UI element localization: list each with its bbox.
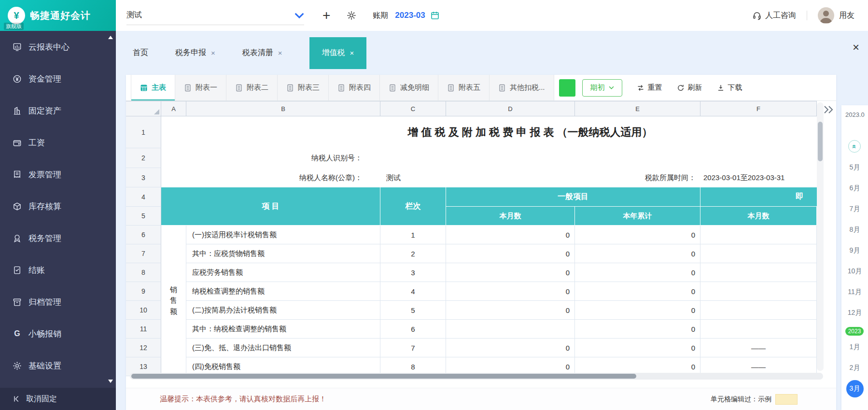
support-button[interactable]: 人工咨询 [752,11,796,21]
cell-ytd[interactable]: 0 [575,339,700,357]
account-set-select[interactable]: 测试 [126,6,304,25]
cell-month[interactable]: 0 [446,226,575,244]
sidebar-item-archive[interactable]: 归档管理 [0,286,116,318]
sidebar-item-cloud-reports[interactable]: 云报表中心 [0,31,116,63]
sidebar-item-salary[interactable]: 工资 [0,127,116,158]
month-item[interactable]: 10月 [841,267,868,276]
cell-ytd[interactable]: 0 [575,226,700,244]
column-header[interactable]: F [700,101,817,116]
cell-refund[interactable] [700,263,817,282]
cell-ytd[interactable]: 0 [575,320,700,339]
row-number[interactable]: 9 [126,282,161,301]
cell-month[interactable]: 0 [446,301,575,320]
sidebar-item-fixed-assets[interactable]: 固定资产 [0,95,116,127]
cell-month[interactable]: 0 [446,339,575,357]
sheet-tab-appendix1[interactable]: 附表一 [175,75,226,100]
tab-tax-filing[interactable]: 税务申报 × [175,48,215,58]
row-number[interactable]: 1 [126,116,161,148]
tab-tax-register[interactable]: 税表清册 × [242,48,282,58]
vertical-scrollbar[interactable] [817,102,824,371]
sheet-tab-appendix4[interactable]: 附表四 [329,75,380,100]
row-number[interactable]: 7 [126,244,161,263]
sheet-tab-exemption-detail[interactable]: 减免明细 [380,75,438,100]
row-number[interactable]: 6 [126,226,161,244]
tab-vat-active[interactable]: 增值税 × [309,37,367,69]
cell-month[interactable]: 0 [446,282,575,301]
row-number[interactable]: 11 [126,320,161,339]
cell-ytd[interactable]: 0 [575,263,700,282]
cell-refund[interactable]: —— [700,339,817,357]
sidebar-item-funds[interactable]: 资金管理 [0,63,116,95]
close-tab-icon[interactable]: × [211,49,215,57]
unpin-sidebar-button[interactable]: 取消固定 [0,388,116,410]
sidebar-item-tax[interactable]: 税务管理 [0,222,116,254]
cell-ytd[interactable]: 0 [575,282,700,301]
add-account-button[interactable]: + [322,9,330,22]
sidebar-item-invoices[interactable]: 发票管理 [0,158,116,190]
cell-refund[interactable] [700,282,817,301]
row-number[interactable]: 2 [126,148,161,168]
cell-month[interactable]: 0 [446,244,575,263]
horizontal-scrollbar[interactable] [130,373,823,380]
row-number[interactable]: 4 [126,187,161,207]
cell-refund[interactable] [700,320,817,339]
month-item[interactable]: 1月 [841,343,868,352]
month-item[interactable]: 5月 [841,163,868,172]
cell-refund[interactable] [700,244,817,263]
horizontal-scrollbar-thumb[interactable] [131,374,636,379]
tab-home[interactable]: 首页 [133,48,148,58]
column-header[interactable]: A [161,101,186,116]
month-item[interactable]: 7月 [841,205,868,213]
avatar[interactable] [818,7,834,24]
close-tab-icon[interactable]: × [278,49,282,57]
sheet-tab-main[interactable]: 主表 [131,75,175,100]
month-item[interactable]: 6月 [841,184,868,193]
close-panel-icon[interactable]: × [853,42,859,53]
spreadsheet-viewport[interactable]: A B C D E F 1 2 3 4 5 6 7 8 9 [126,101,817,388]
row-number[interactable]: 12 [126,339,161,357]
column-header[interactable]: E [575,101,700,116]
row-number[interactable]: 3 [126,168,161,187]
select-all-corner[interactable] [126,101,161,116]
cell-refund[interactable] [700,301,817,320]
opening-balance-button[interactable]: 期初 [582,79,622,97]
cell-month[interactable]: 0 [446,263,575,282]
month-item[interactable]: 12月 [841,309,868,317]
close-tab-icon[interactable]: × [350,49,354,57]
month-item[interactable]: 11月 [841,288,868,297]
period-value[interactable]: 2023-03 [395,11,425,20]
sidebar-scroll-down-icon[interactable] [108,380,113,383]
sidebar-item-closing[interactable]: 结账 [0,254,116,286]
sidebar-item-settings[interactable]: 基础设置 [0,350,116,382]
sheet-tab-appendix5[interactable]: 附表五 [438,75,490,100]
cell-refund[interactable] [700,226,817,244]
column-header[interactable]: C [380,101,446,116]
sheet-tab-appendix2[interactable]: 附表二 [226,75,278,100]
month-item-selected[interactable]: 3月 [841,384,868,397]
expand-panel-icon[interactable] [823,105,834,116]
calendar-icon[interactable] [430,11,440,20]
month-item[interactable]: 2月 [841,364,868,372]
cell-ytd[interactable]: 0 [575,244,700,263]
refresh-button[interactable]: 刷新 [677,83,702,92]
month-item[interactable]: 8月 [841,226,868,234]
vendor-label[interactable]: 用友 [839,11,854,21]
sidebar-item-expense[interactable]: G 小畅报销 [0,318,116,350]
taxpayer-name-value[interactable]: 测试 [380,168,446,187]
column-header[interactable]: D [446,101,575,116]
row-number[interactable]: 5 [126,207,161,226]
gear-icon[interactable] [347,11,356,20]
cell-ytd[interactable]: 0 [575,301,700,320]
month-item[interactable]: 9月 [841,246,868,255]
cell-month[interactable] [446,320,575,339]
download-button[interactable]: 下载 [717,83,742,92]
vertical-scrollbar-thumb[interactable] [818,122,823,161]
sidebar-scroll-up-icon[interactable] [108,36,113,39]
sheet-tab-appendix3[interactable]: 附表三 [278,75,329,100]
row-number[interactable]: 10 [126,301,161,320]
column-header[interactable]: B [186,101,380,116]
sheet-tab-other-deduction[interactable]: 其他扣税... [490,75,554,100]
reset-button[interactable]: 重置 [637,83,662,92]
sidebar-item-inventory[interactable]: 库存核算 [0,190,116,222]
collapse-up-icon[interactable]: « [848,140,861,153]
